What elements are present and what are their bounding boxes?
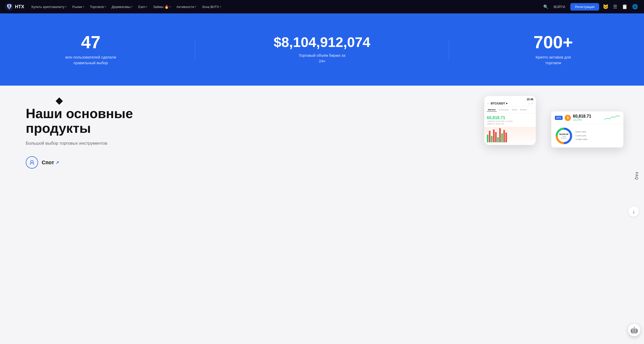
candle bbox=[493, 129, 495, 142]
phone-tab-articles[interactable]: Articles bbox=[519, 108, 528, 112]
products-subtitle: Большой выбор торговых инструментов bbox=[26, 141, 292, 146]
chevron-down-icon: ▾ bbox=[131, 5, 133, 8]
phone-tab-markets[interactable]: Markets bbox=[487, 108, 497, 112]
nav-item-activities[interactable]: Активности ▾ bbox=[174, 3, 199, 10]
globe-icon[interactable]: 🌐 bbox=[631, 3, 639, 11]
candle bbox=[491, 136, 493, 142]
nav-item-trading[interactable]: Торговля ▾ bbox=[87, 3, 108, 10]
logo[interactable]: HTX bbox=[5, 3, 24, 11]
flame-icon: 🔥 bbox=[164, 5, 169, 9]
phone-mockup: 10:49 ← BTC/USDT ▾ ☆ ↗ Markets Comments … bbox=[484, 96, 536, 145]
candle bbox=[487, 135, 488, 142]
phone-price: 60,818.71 bbox=[487, 116, 533, 120]
hero-section: 47 млн пользователей сделали правильный … bbox=[0, 13, 644, 86]
desktop-price-info: 60,818.71 +2.27% bbox=[573, 114, 602, 121]
candle bbox=[499, 128, 501, 142]
candles-container bbox=[487, 128, 533, 143]
nav-item-buy[interactable]: Купить криптовалюту ▾ bbox=[29, 3, 69, 10]
product-spot[interactable]: Спот ↗ bbox=[26, 156, 292, 169]
btc-coin-icon: ₿ bbox=[565, 115, 571, 121]
phone-chart bbox=[484, 127, 536, 145]
phone-tab-comments[interactable]: Comments bbox=[498, 108, 510, 112]
assets-number: 700+ bbox=[528, 33, 579, 51]
candle bbox=[497, 137, 499, 142]
register-button[interactable]: Регистрация bbox=[570, 3, 599, 11]
htx-logo-small: HTX bbox=[555, 116, 563, 120]
desktop-donut-area: $8,000.80 Total Assets ● BTC 45% ● ETH 2… bbox=[551, 124, 623, 148]
desktop-price: 60,818.71 bbox=[573, 114, 602, 119]
navbar: HTX Купить криптовалюту ▾ Рынки ▾ Торгов… bbox=[0, 0, 644, 13]
phone-star-icon: ☆ ↗ bbox=[528, 102, 533, 105]
products-left: Наши основные продукты Большой выбор тор… bbox=[26, 106, 292, 169]
avatar-icon[interactable]: 🐱 bbox=[602, 3, 609, 11]
login-button[interactable]: ВОЙТИ bbox=[551, 3, 568, 10]
chevron-down-icon: ▾ bbox=[83, 5, 84, 8]
hero-stat-users: 47 млн пользователей сделали правильный … bbox=[65, 33, 116, 66]
legend-item-other: ● Other 33% bbox=[575, 138, 620, 141]
nav-right: 🔍 ВОЙТИ Регистрация 🐱 ☰ 📋 🌐 bbox=[543, 3, 639, 11]
desktop-change: +2.27% bbox=[573, 119, 602, 121]
wallet-icon[interactable]: 📋 bbox=[621, 3, 629, 11]
phone-time: 10:49 bbox=[487, 98, 533, 101]
product-name-spot: Спот ↗ bbox=[42, 160, 59, 166]
faq-button[interactable]: FAQ bbox=[635, 172, 639, 180]
phone-high-low: 19564.78 / 58,417.26 bbox=[487, 123, 533, 125]
chevron-down-icon: ▾ bbox=[146, 5, 147, 8]
desktop-mini-sparkline bbox=[604, 114, 620, 121]
chevron-down-icon: ▾ bbox=[65, 5, 67, 8]
nav-item-derivatives[interactable]: Деривативы ▾ bbox=[109, 3, 135, 10]
arrow-icon: ↗ bbox=[56, 160, 59, 165]
phone-tabs: Markets Comments News Articles bbox=[484, 107, 536, 113]
legend-item-eth: ● ETH 22% bbox=[575, 134, 620, 138]
donut-legend: ● BTC 45% ● ETH 22% ● Other 33% bbox=[575, 130, 620, 141]
nav-item-markets[interactable]: Рынки ▾ bbox=[70, 3, 87, 10]
chevron-down-icon: ▾ bbox=[195, 5, 196, 8]
legend-item-btc: ● BTC 45% bbox=[575, 130, 620, 134]
phone-price-area: 60,818.71 +4425.21 5.54 CRY +2.27% 19564… bbox=[484, 113, 536, 127]
phone-nav: ← BTC/USDT ▾ ☆ ↗ bbox=[487, 102, 533, 105]
phone-back-icon: ← bbox=[487, 102, 490, 105]
candle bbox=[501, 133, 503, 142]
products-section: Наши основные продукты Большой выбор тор… bbox=[0, 86, 644, 204]
nav-links: Купить криптовалюту ▾ Рынки ▾ Торговля ▾… bbox=[29, 3, 543, 10]
products-title: Наши основные продукты bbox=[26, 106, 292, 136]
notifications-icon[interactable]: ☰ bbox=[612, 3, 618, 11]
candle bbox=[495, 132, 497, 142]
nav-item-earn[interactable]: Earn ▾ bbox=[136, 3, 150, 10]
products-right: 10:49 ← BTC/USDT ▾ ☆ ↗ Markets Comments … bbox=[474, 96, 623, 204]
spot-icon bbox=[26, 156, 38, 169]
phone-change: +4425.21 5.54 CRY +2.27% bbox=[487, 120, 533, 122]
logo-text: HTX bbox=[15, 4, 24, 10]
nav-item-zone[interactable]: Зона $HTX ▾ bbox=[199, 3, 224, 10]
donut-chart: $8,000.80 Total Assets bbox=[555, 127, 573, 145]
users-number: 47 bbox=[65, 33, 116, 51]
users-subtitle: млн пользователей сделали правильный выб… bbox=[65, 54, 116, 66]
phone-pair: BTC/USDT ▾ bbox=[491, 102, 507, 105]
desktop-mockup: HTX ₿ 60,818.71 +2.27% bbox=[551, 111, 623, 148]
chevron-down-icon: ▾ bbox=[220, 5, 221, 8]
chevron-down-icon: ▾ bbox=[170, 5, 171, 8]
candle bbox=[489, 131, 490, 142]
assets-subtitle: Крипто активов для торговли bbox=[528, 54, 579, 66]
volume-number: $8,104,912,074 bbox=[274, 35, 370, 49]
divider-1 bbox=[195, 39, 195, 60]
nav-item-loans[interactable]: Займы 🔥 ▾ bbox=[150, 3, 173, 10]
volume-subtitle: Торговый объём биржи за 24ч bbox=[296, 53, 348, 64]
hero-stat-volume: $8,104,912,074 Торговый объём биржи за 2… bbox=[274, 35, 370, 64]
diamond-decoration bbox=[56, 97, 63, 105]
search-icon[interactable]: 🔍 bbox=[543, 4, 548, 9]
hero-stat-assets: 700+ Крипто активов для торговли bbox=[528, 33, 579, 66]
chevron-down-icon: ▾ bbox=[105, 5, 106, 8]
donut-label: $8,000.80 Total Assets bbox=[559, 133, 569, 139]
divider-2 bbox=[449, 39, 449, 60]
phone-tab-news[interactable]: News bbox=[511, 108, 518, 112]
candle bbox=[503, 130, 505, 142]
candle bbox=[505, 133, 507, 142]
phone-header: 10:49 ← BTC/USDT ▾ ☆ ↗ bbox=[484, 96, 536, 107]
desktop-header: HTX ₿ 60,818.71 +2.27% bbox=[551, 111, 623, 124]
